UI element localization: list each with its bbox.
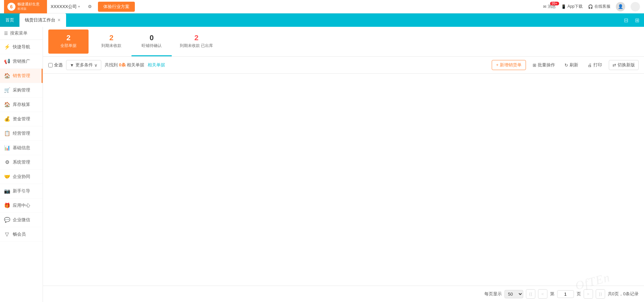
toolbar: 全选 ▼ 更多条件 ∨ 共找到 0条 相关单据 相关单据 + 新增销货单 <box>43 57 644 74</box>
search-menu-button[interactable]: ☰ 搜索菜单 <box>0 27 43 40</box>
last-page-button[interactable]: ⟩⟩ <box>596 289 605 299</box>
stat-shipped[interactable]: 2 到期未收款 已出库 <box>172 27 221 56</box>
found-suffix: 相关单据 <box>127 62 144 67</box>
tab-work-bench[interactable]: 钱货日清工作台 ✕ <box>19 13 66 27</box>
sidebar-item-finance[interactable]: 💰 资金管理 <box>0 112 43 126</box>
tab-home[interactable]: 首页 <box>0 13 19 27</box>
member-icon: ▽ <box>4 231 10 237</box>
maximize-button[interactable]: ⊞ <box>633 16 641 24</box>
page-suffix: 页 <box>577 291 581 297</box>
sidebar-item-wechat[interactable]: 💬 企业微信 <box>0 213 43 227</box>
logo-area: 6 畅捷通好生意 标准版 <box>4 0 47 13</box>
sidebar-item-basic-info[interactable]: 📊 基础信息 <box>0 141 43 155</box>
sidebar-item-sales[interactable]: 🏠 销售管理 <box>0 69 43 83</box>
refresh-button[interactable]: ↻ 刷新 <box>562 61 581 69</box>
stat-shipped-number: 2 <box>195 34 199 42</box>
online-service-label: 在线客服 <box>594 4 610 9</box>
inventory-label: 库存核算 <box>13 102 30 108</box>
switch-version-button[interactable]: ⇄ 切换新版 <box>609 60 639 70</box>
system-icon: ⚙ <box>4 159 10 165</box>
main-layout: ☰ 搜索菜单 ⚡ 快捷导航 📢 营销推广 🏠 销售管理 🛒 采购管理 🏠 库存核… <box>0 27 644 302</box>
beginner-label: 新手引导 <box>13 188 30 194</box>
content-area: 2 全部单据 2 到期未收款 0 旺铺待确认 2 到期未收款 已出库 全选 <box>43 27 644 302</box>
management-icon: 📋 <box>4 130 10 136</box>
marketing-label: 营销推广 <box>13 58 30 64</box>
minimize-button[interactable]: ⊟ <box>622 16 630 24</box>
nav-tab-controls: ⊟ ⊞ <box>622 16 644 24</box>
marketing-icon: 📢 <box>4 58 10 64</box>
batch-operation-button[interactable]: ⊞ 批量操作 <box>530 61 558 69</box>
avatar[interactable]: 👤 <box>616 2 625 11</box>
checkbox-input[interactable] <box>48 63 53 67</box>
sidebar-item-quick-nav[interactable]: ⚡ 快捷导航 <box>0 40 43 54</box>
per-page-select[interactable]: 10 20 50 100 <box>504 290 523 298</box>
workbench-tab-label: 钱货日清工作台 <box>25 17 55 23</box>
stat-wangpu[interactable]: 0 旺铺待确认 <box>131 27 172 56</box>
select-all-checkbox[interactable]: 全选 <box>48 62 63 68</box>
sidebar-item-member[interactable]: ▽ 畅会员 <box>0 227 43 242</box>
stat-shipped-label: 到期未收款 已出库 <box>180 43 213 49</box>
basic-info-icon: 📊 <box>4 145 10 151</box>
related-orders-link[interactable]: 相关单据 <box>148 62 165 68</box>
print-icon: 🖨 <box>588 63 592 68</box>
page-label: 第 <box>550 291 554 297</box>
top-header: 6 畅捷通好生意 标准版 XXXXXX公司 ▾ ⚙ 体验行业方案 ✉ 消息 99… <box>0 0 644 13</box>
wechat-icon: 💬 <box>4 217 10 223</box>
search-menu-label: 搜索菜单 <box>10 30 28 36</box>
stat-all-orders[interactable]: 2 全部单据 <box>48 29 89 54</box>
basic-info-label: 基础信息 <box>13 145 30 151</box>
chevron-down-icon: ∨ <box>94 63 98 68</box>
company-name: XXXXXX公司 <box>51 4 77 10</box>
next-page-button[interactable]: ＞ <box>584 289 593 299</box>
sidebar-item-inventory[interactable]: 🏠 库存核算 <box>0 98 43 112</box>
select-all-label: 全选 <box>54 62 63 68</box>
header-right: ✉ 消息 99+ 📱 App下载 🎧 在线客服 👤 <box>543 2 640 11</box>
app-download-button[interactable]: 📱 App下载 <box>561 4 583 9</box>
download-icon: 📱 <box>561 4 566 9</box>
sidebar-item-system[interactable]: ⚙ 系统管理 <box>0 155 43 170</box>
user-icon: 👤 <box>618 4 623 9</box>
sidebar-item-app-center[interactable]: 🎁 应用中心 <box>0 198 43 213</box>
per-page-label: 每页显示 <box>484 291 502 297</box>
stat-all-number: 2 <box>66 34 70 42</box>
first-page-button[interactable]: ⟨⟨ <box>526 289 535 299</box>
quick-nav-label: 快捷导航 <box>13 44 30 50</box>
chevron-down-icon: ▾ <box>78 5 80 8</box>
print-label: 打印 <box>593 62 602 68</box>
stats-row: 2 全部单据 2 到期未收款 0 旺铺待确认 2 到期未收款 已出库 <box>43 27 644 57</box>
purchase-label: 采购管理 <box>13 87 30 93</box>
close-icon[interactable]: ✕ <box>57 18 61 22</box>
message-button[interactable]: ✉ 消息 99+ <box>543 4 556 9</box>
found-prefix: 共找到 <box>105 62 118 67</box>
service-icon: 🎧 <box>588 4 593 9</box>
logo-text: 畅捷通好生意 标准版 <box>17 2 40 11</box>
sidebar-item-purchase[interactable]: 🛒 采购管理 <box>0 83 43 98</box>
filter-button[interactable]: ▼ 更多条件 ∨ <box>66 60 101 70</box>
sidebar: ☰ 搜索菜单 ⚡ 快捷导航 📢 营销推广 🏠 销售管理 🛒 采购管理 🏠 库存核… <box>0 27 43 302</box>
stat-all-label: 全部单据 <box>60 43 76 49</box>
add-order-button[interactable]: + 新增销货单 <box>492 60 526 70</box>
message-badge: 99+ <box>550 2 559 5</box>
add-order-label: + 新增销货单 <box>496 62 522 68</box>
settings-button[interactable]: ⚙ <box>85 1 95 12</box>
sidebar-item-beginner[interactable]: 📷 新手引导 <box>0 184 43 198</box>
member-label: 畅会员 <box>13 231 26 237</box>
sidebar-item-management[interactable]: 📋 经营管理 <box>0 126 43 141</box>
stat-overdue[interactable]: 2 到期未收款 <box>91 27 131 56</box>
company-selector[interactable]: XXXXXX公司 ▾ <box>47 0 83 13</box>
trial-button[interactable]: 体验行业方案 <box>98 2 135 12</box>
purchase-icon: 🛒 <box>4 87 10 93</box>
search-icon: ☰ <box>4 31 8 36</box>
sidebar-item-marketing[interactable]: 📢 营销推广 <box>0 54 43 69</box>
switch-label: 切换新版 <box>618 62 635 68</box>
enterprise-icon: 🤝 <box>4 174 10 180</box>
home-tab-label: 首页 <box>5 17 14 23</box>
app-title: 畅捷通好生意 <box>17 2 40 6</box>
page-input[interactable] <box>557 290 574 298</box>
online-service-button[interactable]: 🎧 在线客服 <box>588 4 610 9</box>
app-download-label: App下载 <box>568 4 583 9</box>
sidebar-item-enterprise[interactable]: 🤝 企业协同 <box>0 170 43 184</box>
prev-page-button[interactable]: ＜ <box>538 289 547 299</box>
print-button[interactable]: 🖨 打印 <box>585 61 605 69</box>
found-count: 0条 <box>119 62 126 67</box>
